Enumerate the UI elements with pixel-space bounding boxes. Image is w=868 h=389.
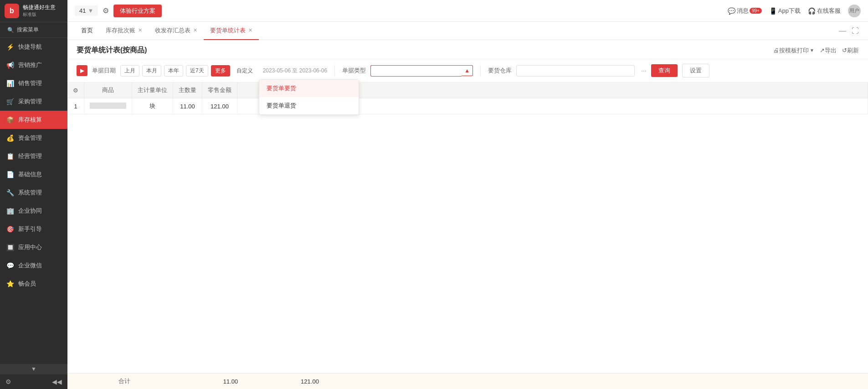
messages-btn[interactable]: 💬 消息 99+ (728, 7, 762, 15)
topbar-left: 41 ▼ ⚙ 体验行业方案 (75, 5, 728, 17)
print-dropdown-icon: ▼ (810, 48, 814, 53)
trial-btn[interactable]: 体验行业方案 (113, 5, 162, 17)
sidebar-item-shortcut[interactable]: ⚡ 快捷导航 (0, 38, 67, 56)
filter-settings-btn[interactable]: 设置 (682, 64, 709, 77)
warehouse-more-btn[interactable]: ··· (641, 67, 647, 74)
members-icon: ⭐ (5, 279, 15, 288)
store-number: 41 (79, 7, 86, 14)
table-header-row: ⚙ 商品 主计量单位 主数量 零售金额 (67, 82, 868, 98)
dropdown-item-order-return[interactable]: 要货单退货 (259, 97, 359, 114)
table-row: 1 块 11.00 121.00 (67, 98, 868, 114)
tab-inventory-batch[interactable]: 库存批次账 ✕ (99, 22, 149, 40)
sidebar-item-apps[interactable]: 🔲 应用中心 (0, 238, 67, 256)
tab-maximize-btn[interactable]: ⛶ (850, 25, 861, 37)
tab-order-stats[interactable]: 要货单统计表 ✕ (204, 22, 259, 40)
tabs-bar: 首页 库存批次账 ✕ 收发存汇总表 ✕ 要货单统计表 ✕ — ⛶ (67, 22, 868, 40)
date-btn-this-month[interactable]: 本月 (142, 65, 161, 77)
date-shortcuts: 上月 本月 本年 近7天 更多 自定义 (120, 65, 257, 77)
sidebar-collapse-icon[interactable]: ◀◀ (52, 378, 62, 385)
filter-divider-2 (480, 65, 481, 76)
shortcut-icon: ⚡ (5, 42, 15, 51)
store-selector[interactable]: 41 ▼ (75, 5, 98, 16)
sidebar-item-enterprise[interactable]: 🏢 企业协同 (0, 202, 67, 220)
sidebar-item-marketing[interactable]: 📢 营销推广 (0, 56, 67, 74)
th-settings[interactable]: ⚙ (67, 82, 84, 98)
row-qty: 11.00 (173, 98, 202, 114)
type-label: 单据类型 (342, 67, 366, 75)
logo-text: 畅捷通好生意 标准版 (23, 4, 56, 18)
sidebar-item-basic-info[interactable]: 📄 基础信息 (0, 165, 67, 184)
topbar-settings-icon[interactable]: ⚙ (103, 6, 109, 15)
page-title: 要货单统计表(按商品) (77, 46, 147, 55)
sidebar-item-inventory[interactable]: 📦 库存核算 (0, 111, 67, 129)
date-label: 单据日期 (92, 67, 116, 75)
sidebar-scroll-down[interactable]: ▼ (0, 364, 67, 374)
tab-close-receivable-summary[interactable]: ✕ (193, 27, 197, 33)
tabs-right: — ⛶ (837, 25, 861, 37)
tab-close-inventory-batch[interactable]: ✕ (138, 27, 142, 33)
main-area: 41 ▼ ⚙ 体验行业方案 💬 消息 99+ 📱 App下载 🎧 在线客服 用户 (67, 0, 868, 389)
page-header-actions: 🖨 按模板打印 ▼ ↗ 导出 ↺ 刷新 (773, 46, 859, 55)
sidebar-item-operations[interactable]: 📋 经营管理 (0, 147, 67, 165)
topbar: 41 ▼ ⚙ 体验行业方案 💬 消息 99+ 📱 App下载 🎧 在线客服 用户 (67, 0, 868, 22)
date-btn-last-month[interactable]: 上月 (120, 65, 139, 77)
page-content: 要货单统计表(按商品) 🖨 按模板打印 ▼ ↗ 导出 ↺ 刷新 ▶ (67, 40, 868, 389)
export-icon: ↗ (820, 47, 825, 54)
date-btn-this-year[interactable]: 本年 (164, 65, 183, 77)
tab-receivable-summary[interactable]: 收发存汇总表 ✕ (149, 22, 204, 40)
date-btn-7days[interactable]: 近7天 (186, 65, 208, 77)
app-download-btn[interactable]: 📱 App下载 (769, 7, 801, 15)
sidebar-item-sales[interactable]: 📊 销售管理 (0, 74, 67, 92)
filter-expand-btn[interactable]: ▶ (77, 65, 87, 76)
operations-icon: 📋 (5, 152, 15, 161)
export-btn[interactable]: ↗ 导出 (820, 46, 837, 55)
dropdown-item-order-goods[interactable]: 要货单要货 (259, 80, 359, 97)
guide-icon: 🎯 (5, 225, 15, 234)
row-amount: 121.00 (202, 98, 237, 114)
tab-close-order-stats[interactable]: ✕ (248, 27, 252, 33)
app-icon: 📱 (769, 7, 777, 15)
date-range-display: 2023-05-06 至 2023-06-06 (263, 67, 327, 75)
sidebar-item-system[interactable]: 🔧 系统管理 (0, 184, 67, 202)
date-btn-custom[interactable]: 自定义 (233, 66, 257, 76)
tab-home[interactable]: 首页 (75, 22, 99, 40)
th-qty: 主数量 (173, 82, 202, 98)
user-avatar[interactable]: 用户 (848, 5, 861, 17)
footer-label: 合计 (118, 377, 130, 385)
table-settings-icon[interactable]: ⚙ (73, 87, 78, 94)
type-input[interactable] (370, 65, 462, 77)
online-service-btn[interactable]: 🎧 在线客服 (808, 7, 841, 15)
sidebar-item-finance[interactable]: 💰 资金管理 (0, 129, 67, 147)
row-no: 1 (67, 98, 84, 114)
tab-minimize-btn[interactable]: — (837, 25, 848, 37)
type-dropdown-arrow[interactable]: ▲ (462, 65, 473, 76)
date-btn-more[interactable]: 更多 (211, 65, 230, 77)
sidebar: b 畅捷通好生意 标准版 🔍 搜索菜单 ⚡ 快捷导航 📢 营销推广 📊 销售管理… (0, 0, 67, 389)
topbar-right: 💬 消息 99+ 📱 App下载 🎧 在线客服 用户 (728, 5, 861, 17)
sidebar-settings-icon[interactable]: ⚙ (5, 378, 11, 385)
sidebar-item-members[interactable]: ⭐ 畅会员 (0, 275, 67, 293)
purchase-icon: 🛒 (5, 97, 15, 106)
apps-icon: 🔲 (5, 243, 15, 252)
sidebar-item-guide[interactable]: 🎯 新手引导 (0, 220, 67, 238)
sidebar-logo: b 畅捷通好生意 标准版 (0, 0, 67, 22)
sidebar-item-wechat[interactable]: 💬 企业微信 (0, 256, 67, 275)
refresh-btn[interactable]: ↺ 刷新 (842, 46, 859, 55)
warehouse-input[interactable] (516, 65, 635, 77)
inventory-icon: 📦 (5, 115, 15, 124)
messages-icon: 💬 (728, 7, 735, 15)
marketing-icon: 📢 (5, 61, 15, 70)
query-btn[interactable]: 查询 (651, 64, 678, 77)
service-icon: 🎧 (808, 7, 816, 15)
sidebar-search[interactable]: 🔍 搜索菜单 (0, 22, 67, 38)
wechat-icon: 💬 (5, 261, 15, 270)
table-footer: 合计 11.00 121.00 (67, 373, 868, 389)
filter-inner: 单据日期 上月 本月 本年 近7天 更多 自定义 2023-05-06 至 20… (92, 65, 647, 77)
sidebar-bottom: ⚙ ◀◀ (0, 374, 67, 389)
print-btn[interactable]: 🖨 按模板打印 ▼ (773, 46, 814, 55)
sidebar-item-purchase[interactable]: 🛒 采购管理 (0, 92, 67, 111)
store-arrow-icon: ▼ (87, 7, 93, 14)
finance-icon: 💰 (5, 133, 15, 143)
footer-total-amount: 121.00 (292, 378, 328, 385)
refresh-icon: ↺ (842, 47, 847, 54)
